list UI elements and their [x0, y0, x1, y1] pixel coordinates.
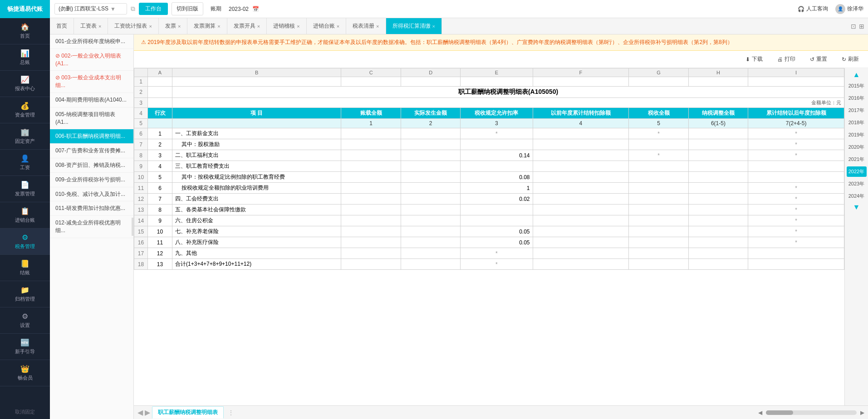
form-item-010[interactable]: 010-免税、减计收入及加计... [50, 187, 133, 202]
cell-h9[interactable] [688, 161, 748, 172]
cell-h14[interactable] [688, 215, 748, 226]
row-item[interactable]: 其中：按税收规定比例扣除的职工教育经费 [172, 172, 341, 183]
tab-in-out-check-close[interactable]: × [297, 24, 299, 29]
form-item-009[interactable]: 009-企业所得税弥补亏损明... [50, 173, 133, 187]
cell-d10[interactable] [401, 172, 460, 183]
form-item-006[interactable]: 006-职工薪酬纳税调整明细... [50, 129, 133, 144]
cell-d8[interactable] [401, 150, 460, 161]
spreadsheet-area[interactable]: A B C D E F G H I [134, 68, 844, 405]
switch-version-button[interactable]: 切到旧版 [172, 2, 203, 15]
cell-f10[interactable] [533, 172, 629, 183]
cell-g16[interactable] [629, 237, 688, 248]
cell-c10[interactable] [341, 172, 401, 183]
sidebar-item-settings[interactable]: ⚙ 设置 [0, 307, 50, 334]
year-2021[interactable]: 2021年 [847, 154, 867, 165]
row-item[interactable]: 七、补充养老保险 [172, 226, 341, 237]
row-item[interactable]: 按税收规定全额扣除的职业培训费用 [172, 183, 341, 194]
cell-h15[interactable] [688, 226, 748, 237]
tab-invoice-open-close[interactable]: × [257, 24, 260, 29]
cell-f14[interactable] [533, 215, 629, 226]
form-item-004[interactable]: 004-期间费用明细表(A1040... [50, 93, 133, 107]
tab-salary-table[interactable]: 工资表 × [74, 18, 108, 34]
year-2022[interactable]: 2022年 [847, 166, 867, 177]
tab-income-tax[interactable]: 所得税汇算清缴 × [386, 18, 442, 34]
tab-tax-book[interactable]: 税表清册 × [346, 18, 386, 34]
cell-g14[interactable] [629, 215, 688, 226]
cell-c16[interactable] [341, 237, 401, 248]
cell-d15[interactable] [401, 226, 460, 237]
row-item[interactable]: 二、职工福利支出 [172, 150, 341, 161]
cell-f12[interactable] [533, 194, 629, 205]
year-2019[interactable]: 2019年 [847, 130, 867, 140]
form-item-002[interactable]: 002-一般企业收入明细表(A1... [50, 49, 133, 71]
sidebar-item-archive[interactable]: 📁 归档管理 [0, 281, 50, 307]
cell-d17[interactable] [401, 248, 460, 259]
cell-g12[interactable] [629, 194, 688, 205]
sidebar-item-invoice[interactable]: 📄 发票管理 [0, 176, 50, 202]
tab-invoice-open[interactable]: 发票开具 × [227, 18, 267, 34]
form-item-008[interactable]: 008-资产折旧、摊销及纳税... [50, 158, 133, 173]
cell-h8[interactable] [688, 150, 748, 161]
cell-d13[interactable] [401, 205, 460, 215]
sidebar-item-ledger[interactable]: 📊 总账 [0, 44, 50, 71]
cell-d12[interactable] [401, 194, 460, 205]
cell-c18[interactable] [341, 259, 401, 270]
cell-h12[interactable] [688, 194, 748, 205]
sheet-tab-active[interactable]: 职工薪酬纳税调整明细表 [152, 406, 224, 419]
cell-d9[interactable] [401, 161, 460, 172]
year-2015[interactable]: 2015年 [847, 81, 867, 91]
cell-g18[interactable] [629, 259, 688, 270]
reset-button[interactable]: ↺ 重置 [806, 54, 831, 65]
company-selector[interactable]: (勿删) 江西联宝-LSS ▼ [54, 3, 127, 15]
tab-home[interactable]: 首页 [50, 18, 74, 34]
year-2020[interactable]: 2020年 [847, 142, 867, 152]
year-2024[interactable]: 2024年 [847, 191, 867, 201]
cell-c12[interactable] [341, 194, 401, 205]
sidebar-footer-cancel[interactable]: 取消固定 [0, 405, 50, 419]
cell-f9[interactable] [533, 161, 629, 172]
tab-in-out-check[interactable]: 进销稽核 × [267, 18, 306, 34]
cell-h11[interactable] [688, 183, 748, 194]
row-item[interactable]: 六、住房公积金 [172, 215, 341, 226]
cell-c6[interactable] [341, 128, 401, 139]
cell-c14[interactable] [341, 215, 401, 226]
tab-in-out-ledger-close[interactable]: × [337, 24, 339, 29]
tab-salary-stats[interactable]: 工资统计报表 × [108, 18, 158, 34]
cell-f13[interactable] [533, 205, 629, 215]
cell-g10[interactable] [629, 172, 688, 183]
calendar-icon[interactable]: 📅 [252, 6, 259, 12]
tab-maximize-icon[interactable]: ⊞ [859, 23, 864, 30]
sidebar-item-salary[interactable]: 👤 工资 [0, 150, 50, 176]
tab-income-tax-close[interactable]: × [432, 24, 435, 29]
tab-invoice-close[interactable]: × [178, 24, 181, 29]
cell-c17[interactable] [341, 248, 401, 259]
cell-h6[interactable] [688, 128, 748, 139]
sidebar-item-vip[interactable]: 👑 畅会员 [0, 360, 50, 386]
cell-h7[interactable] [688, 139, 748, 150]
cell-g13[interactable] [629, 205, 688, 215]
cell-d18[interactable] [401, 259, 460, 270]
cell-f17[interactable] [533, 248, 629, 259]
cell-c7[interactable] [341, 139, 401, 150]
cell-f15[interactable] [533, 226, 629, 237]
copy-icon[interactable]: ⧉ [131, 5, 135, 13]
cell-h18[interactable] [688, 259, 748, 270]
year-2023[interactable]: 2023年 [847, 179, 867, 189]
cell-d6[interactable] [401, 128, 460, 139]
year-2016[interactable]: 2016年 [847, 93, 867, 103]
cell-c11[interactable] [341, 183, 401, 194]
form-item-012[interactable]: 012-减免企业所得税优惠明细... [50, 216, 133, 238]
cell-c9[interactable] [341, 161, 401, 172]
cell-g11[interactable] [629, 183, 688, 194]
sidebar-item-tax[interactable]: ⚙ 税务管理 [0, 229, 50, 255]
print-button[interactable]: 🖨 打印 [774, 54, 799, 65]
sidebar-item-close[interactable]: 📒 结账 [0, 255, 50, 281]
download-button[interactable]: ⬇ 下载 [742, 54, 766, 65]
form-item-007[interactable]: 007-广告费和业务宣传费摊... [50, 144, 133, 158]
year-2018[interactable]: 2018年 [847, 117, 867, 128]
cell-d11[interactable] [401, 183, 460, 194]
tab-invoice-calc-close[interactable]: × [217, 24, 220, 29]
sheet-nav-left[interactable]: ◀ [137, 408, 143, 417]
cell-i9[interactable] [748, 161, 844, 172]
cell-i17[interactable] [748, 248, 844, 259]
